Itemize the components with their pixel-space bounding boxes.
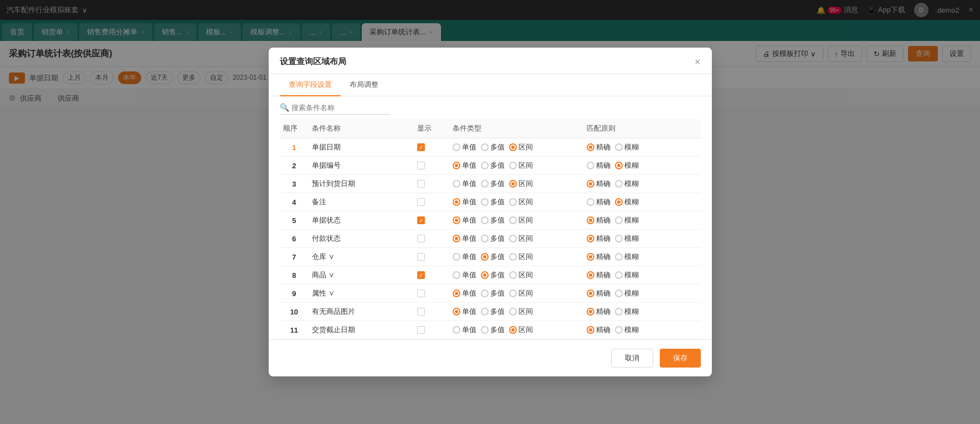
tab-query-fields[interactable]: 查询字段设置 bbox=[280, 74, 341, 96]
settings-modal: 设置查询区域布局 × 查询字段设置 布局调整 🔍 顺序 条件名称 bbox=[269, 48, 712, 108]
search-icon: 🔍 bbox=[280, 103, 289, 108]
search-input[interactable] bbox=[291, 104, 386, 109]
tab-query-fields-label: 查询字段设置 bbox=[289, 80, 332, 89]
modal-title: 设置查询区域布局 bbox=[280, 56, 346, 67]
modal-header: 设置查询区域布局 × bbox=[269, 48, 712, 74]
modal-search-area: 🔍 bbox=[269, 96, 712, 108]
modal-close-button[interactable]: × bbox=[695, 57, 701, 67]
tab-layout-adjust-label: 布局调整 bbox=[350, 80, 378, 89]
search-box: 🔍 bbox=[280, 103, 391, 108]
modal-tab-bar: 查询字段设置 布局调整 bbox=[269, 74, 712, 96]
modal-overlay: 设置查询区域布局 × 查询字段设置 布局调整 🔍 顺序 条件名称 bbox=[0, 0, 980, 108]
tab-layout-adjust[interactable]: 布局调整 bbox=[341, 74, 387, 96]
